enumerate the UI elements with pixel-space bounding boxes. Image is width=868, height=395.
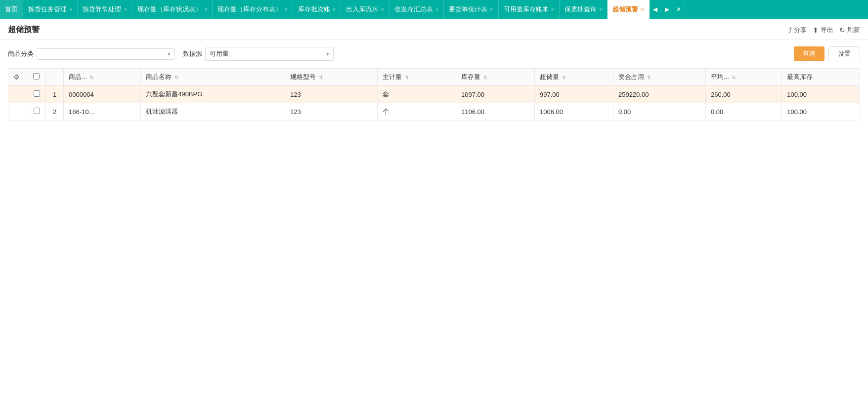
row-max-stock-1: 100.00: [782, 103, 860, 120]
th-avg[interactable]: 平均... ⇅: [706, 69, 782, 86]
category-dropdown-icon: ▾: [168, 51, 171, 57]
th-overstock[interactable]: 超储量 ⇅: [534, 69, 613, 86]
th-capital[interactable]: 资金占用 ⇅: [613, 69, 705, 86]
set-button[interactable]: 设置: [828, 46, 860, 61]
sort-goods-code-icon: ⇅: [89, 75, 93, 80]
close-task-mgmt[interactable]: ×: [69, 6, 72, 12]
th-spec[interactable]: 规格型号 ⇅: [285, 69, 378, 86]
export-button[interactable]: ⬆ 导出: [813, 26, 833, 35]
datasource-label: 数据源: [183, 49, 202, 58]
sort-overstock-icon: ⇅: [562, 75, 566, 80]
nav-next-arrow[interactable]: ▶: [661, 0, 673, 19]
nav-order-stats[interactable]: 要货单统计表 ×: [444, 0, 498, 19]
row-spec-1: 123: [285, 103, 378, 120]
category-select[interactable]: ▾: [37, 48, 175, 60]
filter-actions: 查询 设置: [794, 46, 860, 61]
close-inventory-status[interactable]: ×: [204, 6, 207, 12]
row-index-1: 2: [46, 103, 64, 120]
nav-expiry[interactable]: 保质期查询 ×: [560, 0, 608, 19]
nav-home[interactable]: 首页: [0, 0, 23, 19]
datasource-dropdown-icon: ▾: [326, 51, 329, 57]
close-abnormal[interactable]: ×: [124, 6, 127, 12]
row-index-0: 1: [46, 86, 64, 103]
nav-inventory-dist[interactable]: 现存量（库存分布表） ×: [213, 0, 293, 19]
row-max-stock-0: 100.00: [782, 86, 860, 103]
close-batch[interactable]: ×: [333, 6, 336, 12]
sort-goods-name-icon: ⇅: [174, 75, 178, 80]
close-collect-summary[interactable]: ×: [435, 6, 438, 12]
query-button[interactable]: 查询: [794, 46, 825, 61]
nav-collect-summary[interactable]: 收发存汇总表 ×: [390, 0, 444, 19]
sort-avg-icon: ⇅: [732, 75, 736, 80]
th-goods-code[interactable]: 商品... ⇅: [64, 69, 141, 86]
row-spec-0: 123: [285, 86, 378, 103]
export-icon: ⬆: [813, 26, 819, 34]
top-navigation: 首页 拣货任务管理 × 拣货异常处理 × 现存量（库存状况表） × 现存量（库存…: [0, 0, 868, 19]
share-button[interactable]: ⤴ 分享: [788, 26, 807, 35]
close-expiry[interactable]: ×: [599, 6, 602, 12]
refresh-button[interactable]: ↻ 刷新: [839, 26, 860, 35]
row-avg-0: 260.00: [706, 86, 782, 103]
row-avg-1: 0.00: [706, 103, 782, 120]
select-all-checkbox[interactable]: [33, 73, 40, 79]
th-settings[interactable]: ⚙: [8, 69, 28, 86]
settings-gear-icon[interactable]: ⚙: [13, 73, 20, 81]
row-stock-1: 1106.00: [456, 103, 535, 120]
page-content: 超储预警 ⤴ 分享 ⬆ 导出 ↻ 刷新 商品分类 ▾ 数据源: [0, 19, 868, 395]
row-overstock-1: 1006.00: [534, 103, 613, 120]
th-index: [46, 69, 64, 86]
share-icon: ⤴: [788, 26, 792, 34]
row-overstock-0: 997.00: [534, 86, 613, 103]
nav-close-arrow[interactable]: ✕: [673, 0, 685, 19]
row-checkbox-0[interactable]: [34, 90, 40, 97]
close-order-stats[interactable]: ×: [490, 6, 493, 12]
nav-inout-flow[interactable]: 出入库流水 ×: [341, 0, 389, 19]
page-title: 超储预警: [8, 25, 40, 35]
row-checkbox-cell[interactable]: [28, 103, 46, 120]
th-stock[interactable]: 库存量 ⇅: [456, 69, 535, 86]
nav-batch[interactable]: 库存批次账 ×: [293, 0, 341, 19]
row-unit-0: 套: [378, 86, 456, 103]
filter-bar: 商品分类 ▾ 数据源 可用量 ▾ 查询 设置: [0, 40, 868, 68]
page-header: 超储预警 ⤴ 分享 ⬆ 导出 ↻ 刷新: [0, 19, 868, 40]
row-capital-1: 0.00: [613, 103, 705, 120]
refresh-icon: ↻: [839, 26, 845, 34]
table-row: 2 186-10... 机油滤清器 123 个 1106.00 1006.00 …: [8, 103, 860, 120]
table-header-row: ⚙ 商品... ⇅ 商品名称 ⇅ 规格型号: [8, 69, 860, 86]
nav-overstock[interactable]: 超储预警 ×: [608, 0, 649, 19]
close-inout-flow[interactable]: ×: [381, 6, 384, 12]
sort-unit-icon: ⇅: [405, 75, 409, 80]
table-wrapper: ⚙ 商品... ⇅ 商品名称 ⇅ 规格型号: [0, 68, 868, 120]
datasource-select-value: 可用量: [210, 49, 229, 58]
nav-inventory-status[interactable]: 现存量（库存状况表） ×: [132, 0, 213, 19]
row-goods-name-1: 机油滤清器: [141, 103, 285, 120]
datasource-filter: 数据源 可用量 ▾: [183, 47, 334, 61]
category-filter: 商品分类 ▾: [8, 48, 175, 60]
table-row: 1 0000004 六配套新昌490BPG 123 套 1097.00 997.…: [8, 86, 860, 103]
th-unit[interactable]: 主计量 ⇅: [378, 69, 456, 86]
row-settings-cell: [8, 86, 28, 103]
category-label: 商品分类: [8, 49, 34, 58]
th-checkbox: [28, 69, 46, 86]
row-goods-code-1: 186-10...: [64, 103, 141, 120]
row-stock-0: 1097.00: [456, 86, 535, 103]
close-inventory-dist[interactable]: ×: [284, 6, 287, 12]
overstock-table: ⚙ 商品... ⇅ 商品名称 ⇅ 规格型号: [8, 68, 860, 120]
row-settings-cell: [8, 103, 28, 120]
nav-abnormal[interactable]: 拣货异常处理 ×: [78, 0, 132, 19]
th-max-stock[interactable]: 最高库存: [782, 69, 860, 86]
row-goods-name-0: 六配套新昌490BPG: [141, 86, 285, 103]
row-checkbox-1[interactable]: [34, 108, 40, 114]
th-goods-name[interactable]: 商品名称 ⇅: [141, 69, 285, 86]
nav-prev-arrow[interactable]: ◀: [650, 0, 661, 19]
sort-spec-icon: ⇅: [319, 75, 323, 80]
close-available-ledger[interactable]: ×: [551, 6, 554, 12]
sort-capital-icon: ⇅: [647, 75, 651, 80]
datasource-select[interactable]: 可用量 ▾: [205, 47, 334, 61]
row-checkbox-cell[interactable]: [28, 86, 46, 103]
close-overstock[interactable]: ×: [641, 6, 644, 12]
nav-available-ledger[interactable]: 可用量库存账本 ×: [499, 0, 560, 19]
row-capital-0: 259220.00: [613, 86, 705, 103]
row-unit-1: 个: [378, 103, 456, 120]
nav-task-mgmt[interactable]: 拣货任务管理 ×: [23, 0, 78, 19]
